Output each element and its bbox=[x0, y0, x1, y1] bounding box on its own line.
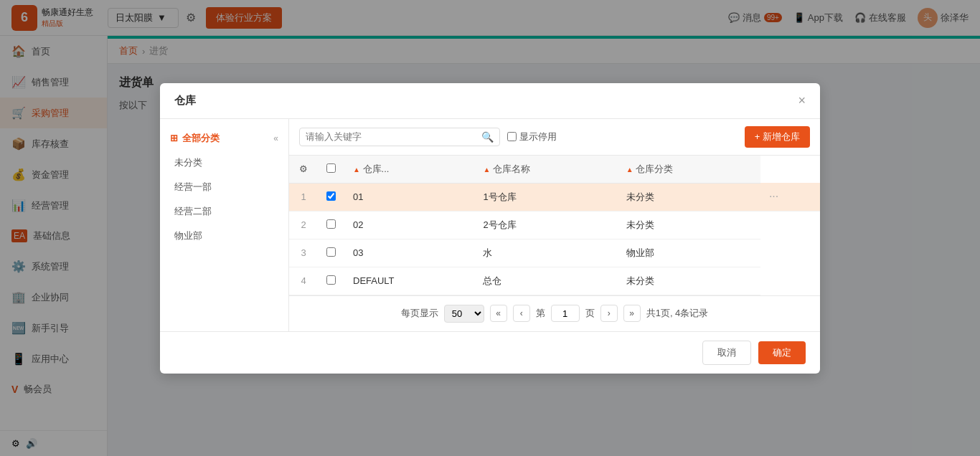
row-checkbox-cell[interactable] bbox=[318, 183, 344, 211]
row-checkbox-cell[interactable] bbox=[318, 211, 344, 239]
row-category: 未分类 bbox=[618, 211, 760, 239]
all-category-label[interactable]: 全部分类 bbox=[182, 132, 273, 145]
sort-icon-code: ▲ bbox=[353, 166, 360, 174]
row-action-button[interactable]: ··· bbox=[769, 190, 778, 203]
warehouse-table-wrap: ⚙ ▲ 仓库... ▲ 仓库名称 bbox=[289, 156, 820, 295]
th-gear[interactable]: ⚙ bbox=[289, 156, 318, 184]
th-category: ▲ 仓库分类 bbox=[618, 156, 760, 184]
per-page-label: 每页显示 bbox=[401, 307, 438, 320]
modal-title: 仓库 bbox=[174, 94, 196, 108]
table-row[interactable]: 1 01 1号仓库 未分类 ··· bbox=[289, 183, 820, 211]
row-category: 未分类 bbox=[618, 183, 760, 211]
total-info: 共1页, 4条记录 bbox=[646, 307, 709, 320]
table-row[interactable]: 4 DEFAULT 总仓 未分类 bbox=[289, 267, 820, 295]
sort-icon-name: ▲ bbox=[483, 166, 490, 174]
table-row[interactable]: 3 03 水 物业部 bbox=[289, 239, 820, 267]
modal-body: ⊞ 全部分类 « 未分类 经营一部 经营二部 物业部 🔍 bbox=[160, 119, 820, 331]
modal-category-header: ⊞ 全部分类 « bbox=[160, 126, 288, 151]
confirm-button[interactable]: 确定 bbox=[758, 341, 806, 364]
th-checkbox[interactable] bbox=[318, 156, 344, 184]
sort-icon-category: ▲ bbox=[626, 166, 633, 174]
th-name: ▲ 仓库名称 bbox=[474, 156, 617, 184]
modal-header: 仓库 × bbox=[160, 83, 820, 119]
row-code: 03 bbox=[344, 239, 474, 267]
row-checkbox[interactable] bbox=[326, 247, 336, 257]
table-header: ⚙ ▲ 仓库... ▲ 仓库名称 bbox=[289, 156, 820, 184]
modal-toolbar: 🔍 显示停用 + 新增仓库 bbox=[289, 119, 820, 156]
modal-right-panel: 🔍 显示停用 + 新增仓库 ⚙ bbox=[289, 119, 820, 331]
cancel-button[interactable]: 取消 bbox=[702, 341, 751, 365]
row-checkbox[interactable] bbox=[326, 219, 336, 229]
row-name: 2号仓库 bbox=[474, 211, 617, 239]
th-code: ▲ 仓库... bbox=[344, 156, 474, 184]
page-suffix: 页 bbox=[585, 307, 595, 320]
search-input[interactable] bbox=[306, 131, 481, 142]
row-checkbox[interactable] bbox=[326, 275, 336, 285]
select-all-checkbox[interactable] bbox=[326, 163, 336, 173]
row-checkbox[interactable] bbox=[326, 191, 336, 201]
row-name: 水 bbox=[474, 239, 617, 267]
page-label: 第 bbox=[536, 307, 545, 320]
modal-overlay: 仓库 × ⊞ 全部分类 « 未分类 经营一部 经营二部 物业部 bbox=[0, 0, 980, 456]
search-input-wrap[interactable]: 🔍 bbox=[299, 128, 500, 146]
table-body: 1 01 1号仓库 未分类 ··· 2 02 2号仓库 未分类 3 03 水 物… bbox=[289, 183, 820, 295]
category-item-dept2[interactable]: 经营二部 bbox=[160, 199, 288, 224]
collapse-button[interactable]: « bbox=[273, 133, 278, 143]
grid-icon: ⊞ bbox=[170, 133, 178, 143]
show-disabled-input[interactable] bbox=[507, 132, 517, 141]
row-name: 1号仓库 bbox=[474, 183, 617, 211]
category-item-property[interactable]: 物业部 bbox=[160, 224, 288, 248]
row-num: 4 bbox=[289, 267, 318, 295]
row-name: 总仓 bbox=[474, 267, 617, 295]
modal-close-button[interactable]: × bbox=[798, 93, 806, 108]
per-page-select[interactable]: 50 10 20 100 bbox=[444, 305, 484, 323]
modal-category-panel: ⊞ 全部分类 « 未分类 经营一部 经营二部 物业部 bbox=[160, 119, 289, 331]
row-checkbox-cell[interactable] bbox=[318, 239, 344, 267]
next-page-button[interactable]: › bbox=[600, 305, 618, 322]
add-warehouse-button[interactable]: + 新增仓库 bbox=[745, 126, 810, 148]
category-item-uncategorized[interactable]: 未分类 bbox=[160, 151, 288, 175]
row-code: DEFAULT bbox=[344, 267, 474, 295]
table-row[interactable]: 2 02 2号仓库 未分类 bbox=[289, 211, 820, 239]
prev-page-button[interactable]: ‹ bbox=[513, 305, 530, 322]
warehouse-modal: 仓库 × ⊞ 全部分类 « 未分类 经营一部 经营二部 物业部 bbox=[160, 83, 820, 374]
row-code: 02 bbox=[344, 211, 474, 239]
last-page-button[interactable]: » bbox=[623, 305, 641, 322]
search-icon: 🔍 bbox=[481, 131, 494, 143]
row-num: 2 bbox=[289, 211, 318, 239]
warehouse-table: ⚙ ▲ 仓库... ▲ 仓库名称 bbox=[289, 156, 820, 295]
first-page-button[interactable]: « bbox=[490, 305, 507, 322]
category-item-dept1[interactable]: 经营一部 bbox=[160, 175, 288, 199]
page-number-input[interactable] bbox=[551, 305, 580, 322]
row-num: 3 bbox=[289, 239, 318, 267]
row-category: 物业部 bbox=[618, 239, 760, 267]
show-disabled-checkbox[interactable]: 显示停用 bbox=[507, 130, 557, 143]
row-num: 1 bbox=[289, 183, 318, 211]
row-category: 未分类 bbox=[618, 267, 760, 295]
modal-pagination: 每页显示 50 10 20 100 « ‹ 第 页 › » 共1页, 4条记录 bbox=[289, 295, 820, 331]
row-code: 01 bbox=[344, 183, 474, 211]
row-checkbox-cell[interactable] bbox=[318, 267, 344, 295]
modal-footer: 取消 确定 bbox=[160, 331, 820, 374]
